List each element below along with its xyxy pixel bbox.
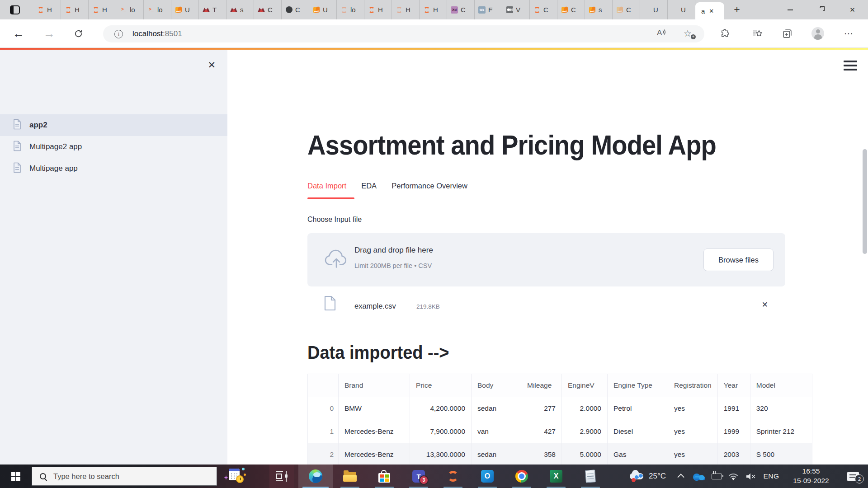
- browser-tab[interactable]: H: [33, 0, 61, 19]
- taskbar-search-input[interactable]: Type here to search: [32, 467, 217, 486]
- sidebar-close-icon[interactable]: ✕: [208, 60, 216, 70]
- table-header-row: BrandPriceBodyMileageEngineVEngine TypeR…: [308, 374, 812, 397]
- onedrive-icon: [692, 472, 706, 481]
- tab-close-icon[interactable]: ✕: [709, 8, 714, 14]
- volume-tray-button[interactable]: [741, 465, 760, 488]
- taskbar-app-outlook[interactable]: O: [470, 465, 505, 488]
- browser-tab[interactable]: C: [254, 0, 282, 19]
- browser-tab[interactable]: H: [392, 0, 420, 19]
- language-indicator[interactable]: ENG: [760, 465, 783, 488]
- remove-file-icon[interactable]: ✕: [762, 300, 768, 310]
- battery-tray-button[interactable]: [708, 465, 725, 488]
- tab-favicon-orange-ring: [533, 6, 541, 14]
- task-view-icon: [276, 470, 288, 482]
- tray-expand-button[interactable]: [673, 465, 690, 488]
- address-bar[interactable]: i localhost:8501 A ☆ +: [103, 25, 704, 42]
- browser-tab[interactable]: H: [61, 0, 89, 19]
- task-view-button[interactable]: [269, 465, 294, 488]
- browser-tab[interactable]: XdC: [447, 0, 475, 19]
- browser-tab[interactable]: H: [420, 0, 447, 19]
- browser-tab[interactable]: s: [585, 0, 613, 19]
- app-tab-list: Data ImportEDAPerformance Overview: [307, 182, 467, 190]
- app-tab-eda[interactable]: EDA: [361, 182, 377, 190]
- browser-tab[interactable]: U: [668, 0, 695, 19]
- refresh-button[interactable]: [69, 19, 88, 47]
- tab-favicon-orange-book: [616, 6, 623, 14]
- page-scrollbar[interactable]: [863, 149, 867, 254]
- browser-tab[interactable]: C: [282, 0, 309, 19]
- taskbar-app-chrome[interactable]: [505, 465, 539, 488]
- table-header-cell[interactable]: Body: [472, 374, 521, 397]
- network-tray-button[interactable]: [725, 465, 741, 488]
- table-header-cell[interactable]: Mileage: [521, 374, 562, 397]
- browser-tab[interactable]: >_lo: [116, 0, 144, 19]
- browser-tab[interactable]: C: [557, 0, 585, 19]
- browser-tab[interactable]: C: [530, 0, 557, 19]
- table-header-cell[interactable]: [308, 374, 339, 397]
- restore-button[interactable]: [806, 0, 837, 19]
- table-header-cell[interactable]: Price: [410, 374, 472, 397]
- browser-tab[interactable]: H: [89, 0, 116, 19]
- sidebar-item-label: Multipage2 app: [29, 142, 82, 151]
- collections-button[interactable]: [779, 19, 795, 47]
- taskbar-app-streamlit[interactable]: [436, 465, 470, 488]
- table-header-cell[interactable]: Year: [717, 374, 750, 397]
- settings-menu-button[interactable]: ⋯: [841, 19, 856, 47]
- table-header-cell[interactable]: Engine Type: [608, 374, 668, 397]
- search-highlight-icon[interactable]: [224, 468, 245, 485]
- sidebar-item-multipage-app[interactable]: Multipage app: [0, 158, 227, 179]
- browser-tab[interactable]: s: [226, 0, 254, 19]
- table-header-cell[interactable]: Registration: [668, 374, 718, 397]
- app-tab-data-import[interactable]: Data Import: [307, 182, 346, 190]
- clock-widget[interactable]: 16:55 15-09-2022: [783, 465, 839, 488]
- close-window-button[interactable]: ✕: [837, 0, 868, 19]
- taskbar-app-teams[interactable]: T3: [401, 465, 436, 488]
- tab-actions-button[interactable]: [6, 3, 24, 17]
- app-tab-performance-overview[interactable]: Performance Overview: [392, 182, 467, 190]
- table-header-cell[interactable]: Brand: [339, 374, 410, 397]
- taskbar-app-file-explorer[interactable]: [333, 465, 367, 488]
- profile-button[interactable]: [810, 19, 826, 47]
- favorites-button[interactable]: [750, 19, 765, 47]
- table-header-cell[interactable]: EngineV: [562, 374, 608, 397]
- browser-tab-active[interactable]: a ✕: [695, 2, 724, 19]
- taskbar-app-edge[interactable]: [298, 465, 333, 488]
- back-button[interactable]: ←: [9, 19, 28, 47]
- forward-button[interactable]: →: [40, 19, 59, 47]
- browser-tab[interactable]: V: [502, 0, 530, 19]
- tab-favicon-orange-book: [561, 6, 568, 14]
- taskbar-app-notepad[interactable]: [573, 465, 608, 488]
- start-button[interactable]: [0, 465, 32, 488]
- extensions-button[interactable]: [717, 19, 732, 47]
- tab-favicon-medium: [506, 6, 513, 14]
- site-info-icon[interactable]: i: [114, 30, 123, 38]
- clock-text: 16:55 15-09-2022: [793, 467, 829, 486]
- chevron-up-icon: [677, 474, 684, 481]
- onedrive-tray-button[interactable]: [690, 465, 708, 488]
- sidebar-item-app2[interactable]: app2: [0, 114, 227, 136]
- weather-widget[interactable]: 25°C: [622, 465, 673, 488]
- browser-tab[interactable]: C: [613, 0, 640, 19]
- add-favorite-button[interactable]: ☆ +: [684, 28, 694, 39]
- notification-center-button[interactable]: 2: [839, 465, 867, 488]
- browser-tab[interactable]: lo: [337, 0, 364, 19]
- browse-files-button[interactable]: Browse files: [703, 249, 774, 271]
- taskbar-app-microsoft-store[interactable]: [367, 465, 401, 488]
- read-aloud-button[interactable]: A: [657, 28, 666, 38]
- browser-tab[interactable]: >_lo: [144, 0, 171, 19]
- browser-tab[interactable]: H: [364, 0, 392, 19]
- file-dropzone[interactable]: Drag and drop file here Limit 200MB per …: [307, 233, 785, 286]
- sidebar-item-multipage2-app[interactable]: Multipage2 app: [0, 136, 227, 158]
- tab-favicon-orange-book: [175, 6, 182, 14]
- browser-toolbar: ← → i localhost:8501 A ☆ +: [0, 19, 868, 48]
- taskbar-app-excel[interactable]: X: [539, 465, 573, 488]
- browser-tab[interactable]: T: [199, 0, 226, 19]
- app-menu-icon[interactable]: [844, 61, 857, 71]
- browser-tab[interactable]: U: [171, 0, 199, 19]
- minimize-button[interactable]: [774, 0, 806, 19]
- browser-tab[interactable]: tdsE: [475, 0, 502, 19]
- browser-tab[interactable]: U: [309, 0, 337, 19]
- new-tab-button[interactable]: +: [730, 2, 744, 17]
- browser-tab[interactable]: U: [640, 0, 668, 19]
- table-header-cell[interactable]: Model: [750, 374, 812, 397]
